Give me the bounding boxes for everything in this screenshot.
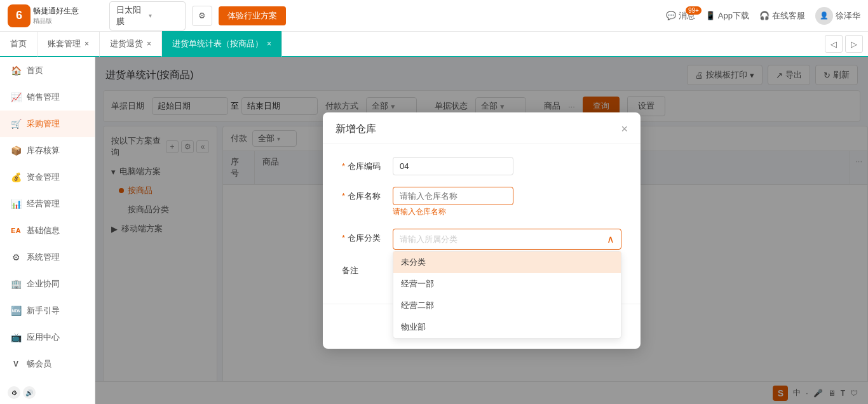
sidebar-item-base-info[interactable]: EA 基础信息	[0, 217, 95, 244]
sidebar-item-finance[interactable]: 💰 资金管理	[0, 164, 95, 191]
dropdown-item-property[interactable]: 物业部	[393, 316, 621, 338]
base-info-icon: EA	[10, 225, 22, 236]
new-warehouse-modal: 新增仓库 × * 仓库编码	[323, 112, 641, 349]
sidebar-item-operations-label: 经营管理	[27, 198, 60, 210]
modal-overlay: 新增仓库 × * 仓库编码	[95, 57, 868, 404]
store-selector[interactable]: 日太阳膜 ▾	[109, 1, 186, 30]
operations-icon: 📊	[10, 198, 22, 210]
dropdown-item-ops1[interactable]: 经营一部	[393, 273, 621, 295]
guide-icon: 🆕	[10, 305, 22, 316]
purchase-icon: 🛒	[10, 118, 22, 130]
tab-bar: 首页 账套管理 × 进货退货 × 进货单统计表（按商品） × ◁ ▷	[0, 32, 868, 57]
form-row-name: * 仓库名称 请输入仓库名称	[342, 187, 621, 217]
category-label: * 仓库分类	[342, 229, 393, 244]
sidebar-bottom: ⚙ 🔊	[0, 381, 95, 404]
category-select[interactable]: 请输入所属分类 ∧	[393, 229, 621, 250]
tab-purchase-return[interactable]: 进货退货 ×	[100, 31, 162, 57]
sidebar-item-guide[interactable]: 🆕 新手引导	[0, 297, 95, 324]
logo-area: 6 畅捷通好生意 精品版	[8, 4, 103, 27]
modal-close-button[interactable]: ×	[621, 123, 628, 136]
store-dropdown-arrow: ▾	[149, 12, 179, 19]
name-input-wrapper: 请输入仓库名称	[393, 187, 621, 217]
dropdown-item-none[interactable]: 未分类	[393, 252, 621, 273]
code-input-wrapper	[393, 157, 621, 175]
top-right-area: 💬 消息 99+ 📱 App下载 🎧 在线客服 👤 徐泽华	[666, 7, 860, 25]
sidebar-item-system[interactable]: ⚙ 系统管理	[0, 244, 95, 271]
modal-title: 新增仓库	[336, 123, 376, 136]
phone-icon: 📱	[705, 11, 715, 20]
settings-small-button[interactable]: ⚙	[8, 386, 20, 399]
logo-name: 畅捷通好生意	[33, 6, 79, 17]
finance-icon: 💰	[10, 172, 22, 183]
tab-next-button[interactable]: ▷	[845, 35, 863, 53]
avatar: 👤	[815, 7, 833, 25]
form-row-category: * 仓库分类 请输入所属分类 ∧ 未分类 经营一部	[342, 229, 621, 250]
sidebar-item-sales[interactable]: 📈 销售管理	[0, 84, 95, 111]
code-input[interactable]	[393, 157, 513, 175]
member-icon: V	[10, 358, 22, 370]
code-label: * 仓库编码	[342, 157, 393, 172]
inventory-icon: 📦	[10, 145, 22, 156]
gear-icon: ⚙	[198, 11, 206, 20]
sidebar-item-sales-label: 销售管理	[27, 91, 60, 103]
chevron-up-icon: ∧	[607, 233, 614, 245]
sidebar-item-guide-label: 新手引导	[27, 305, 60, 316]
category-dropdown: 未分类 经营一部 经营二部 物业部	[393, 251, 621, 339]
enterprise-icon: 🏢	[10, 278, 22, 290]
sidebar-item-operations[interactable]: 📊 经营管理	[0, 191, 95, 217]
tab-controls: ◁ ▷	[820, 35, 868, 53]
sidebar-item-enterprise-label: 企业协同	[27, 278, 60, 290]
form-row-code: * 仓库编码	[342, 157, 621, 175]
trial-button[interactable]: 体验行业方案	[219, 6, 286, 25]
tab-accounts-close[interactable]: ×	[85, 39, 89, 48]
sidebar-item-purchase[interactable]: 🛒 采购管理	[0, 111, 95, 137]
name-label: * 仓库名称	[342, 187, 393, 202]
tab-accounts[interactable]: 账套管理 ×	[37, 31, 100, 57]
sidebar-item-app-center[interactable]: 📺 应用中心	[0, 324, 95, 351]
sidebar-item-enterprise[interactable]: 🏢 企业协同	[0, 271, 95, 297]
tab-purchase-stats-close[interactable]: ×	[267, 39, 271, 48]
content-area: 进货单统计(按商品) 🖨 按模板打印 ▾ ↗ 导出 ↻ 刷新	[95, 57, 868, 404]
settings-button[interactable]: ⚙	[192, 6, 212, 26]
tab-home-label: 首页	[10, 38, 27, 50]
volume-button[interactable]: 🔊	[23, 386, 36, 399]
tab-purchase-stats-label: 进货单统计表（按商品）	[172, 38, 263, 50]
system-icon: ⚙	[10, 252, 22, 263]
tab-home[interactable]: 首页	[0, 31, 37, 57]
sidebar-item-app-center-label: 应用中心	[27, 332, 60, 343]
dropdown-item-ops2[interactable]: 经营二部	[393, 295, 621, 316]
tab-purchase-return-label: 进货退货	[110, 38, 143, 50]
modal-header: 新增仓库 ×	[323, 112, 641, 144]
app-download-button[interactable]: 📱 App下载	[705, 10, 749, 22]
online-service-button[interactable]: 🎧 在线客服	[759, 10, 805, 22]
store-name: 日太阳膜	[116, 4, 146, 27]
sidebar-item-inventory[interactable]: 📦 库存核算	[0, 137, 95, 164]
sidebar-item-member[interactable]: V 畅会员	[0, 351, 95, 377]
top-bar: 6 畅捷通好生意 精品版 日太阳膜 ▾ ⚙ 体验行业方案 💬 消息 99+ 📱 …	[0, 0, 868, 32]
logo-icon: 6	[8, 4, 31, 27]
logo-tag: 精品版	[33, 17, 79, 25]
sidebar-item-system-label: 系统管理	[27, 252, 60, 263]
sidebar-item-base-info-label: 基础信息	[27, 225, 60, 236]
message-icon: 💬	[666, 11, 676, 20]
sidebar-item-purchase-label: 采购管理	[27, 118, 60, 130]
tab-prev-button[interactable]: ◁	[825, 35, 843, 53]
sidebar-item-home[interactable]: 🏠 首页	[0, 57, 95, 84]
tab-purchase-return-close[interactable]: ×	[147, 39, 151, 48]
tab-accounts-label: 账套管理	[48, 38, 81, 50]
main-layout: 🏠 首页 📈 销售管理 🛒 采购管理 📦 库存核算 💰 资金管理 📊 经营管理 …	[0, 57, 868, 404]
modal-body: * 仓库编码 * 仓库名称	[323, 144, 641, 304]
user-menu[interactable]: 👤 徐泽华	[815, 7, 860, 25]
category-placeholder: 请输入所属分类	[400, 234, 458, 245]
tab-purchase-stats[interactable]: 进货单统计表（按商品） ×	[162, 31, 282, 57]
username: 徐泽华	[836, 10, 860, 22]
online-service-label: 在线客服	[772, 10, 805, 22]
message-button[interactable]: 💬 消息 99+	[666, 10, 695, 22]
headset-icon: 🎧	[759, 11, 770, 20]
name-error-message: 请输入仓库名称	[393, 206, 621, 217]
app-center-icon: 📺	[10, 332, 22, 343]
app-download-label: App下载	[718, 10, 749, 22]
home-icon: 🏠	[10, 65, 22, 76]
name-input[interactable]	[393, 187, 513, 205]
sidebar: 🏠 首页 📈 销售管理 🛒 采购管理 📦 库存核算 💰 资金管理 📊 经营管理 …	[0, 57, 95, 404]
